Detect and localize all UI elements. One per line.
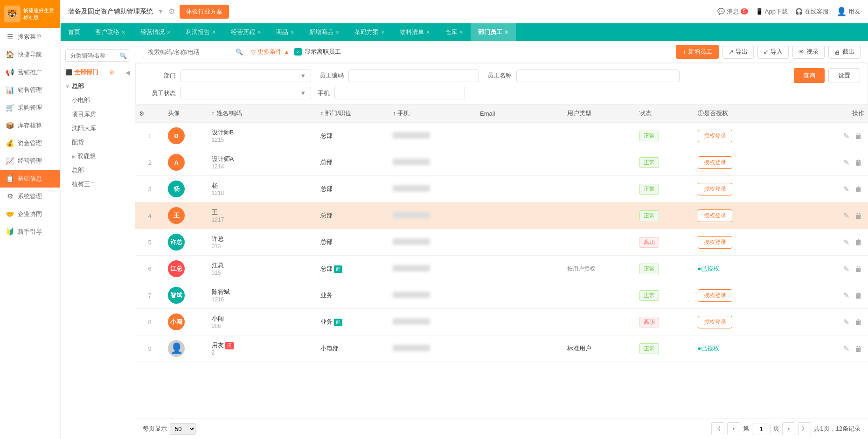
tab-add-goods[interactable]: 新增商品 ✕ <box>302 23 347 41</box>
print-button[interactable]: 🖨 截出 <box>828 45 861 59</box>
delete-button[interactable]: 🗑 <box>853 264 864 274</box>
search-button[interactable]: 🔍 <box>236 49 243 56</box>
edit-button[interactable]: ✎ <box>841 237 851 248</box>
sidebar-item-system[interactable]: ⚙ 系统管理 <box>0 188 60 205</box>
show-inactive-wrap[interactable]: ✓ 显示离职员工 <box>294 48 341 56</box>
last-page-button[interactable]: 》 <box>798 422 811 435</box>
tab-close-warehouse[interactable]: ✕ <box>459 29 463 35</box>
add-employee-button[interactable]: + 新增员工 <box>676 45 719 59</box>
edit-button[interactable]: ✎ <box>841 131 851 141</box>
view-button[interactable]: 👁 视录 <box>792 45 825 59</box>
col-name[interactable]: ↕ 姓名/编码 <box>208 105 317 123</box>
topbar-settings-icon[interactable]: ⚙ <box>168 7 175 16</box>
delete-button[interactable]: 🗑 <box>853 317 864 328</box>
emp-name-input[interactable] <box>516 70 680 82</box>
topbar-dropdown-icon[interactable]: ▼ <box>158 8 164 15</box>
sidebar-item-purchase[interactable]: 🛒 采购管理 <box>0 99 60 117</box>
emp-code-input[interactable] <box>348 70 479 82</box>
status-filter-select[interactable]: ▼ <box>181 87 311 99</box>
delete-button[interactable]: 🗑 <box>853 211 864 221</box>
col-settings[interactable]: ⚙ <box>135 105 164 123</box>
edit-button[interactable]: ✎ <box>841 157 851 168</box>
edit-button[interactable]: ✎ <box>841 343 851 354</box>
tab-employee[interactable]: 部门员工 ✕ <box>471 23 516 41</box>
dept-collapse-icon[interactable]: ◀ <box>125 69 130 76</box>
tab-bom[interactable]: 物料清单 ✕ <box>392 23 437 41</box>
edit-button[interactable]: ✎ <box>841 210 851 221</box>
delete-button[interactable]: 🗑 <box>853 158 864 168</box>
authorize-button[interactable]: 授权登录 <box>698 289 732 302</box>
tab-profit[interactable]: 利润报告 ✕ <box>178 23 223 41</box>
delete-button[interactable]: 🗑 <box>853 184 864 195</box>
dept-filter-select[interactable]: ▼ <box>181 70 311 82</box>
tab-warehouse[interactable]: 仓库 ✕ <box>437 23 471 41</box>
dept-item-zongbu[interactable]: 总部 <box>61 163 135 177</box>
dept-item-xiaodibu[interactable]: 小电部 <box>61 93 135 107</box>
tab-customer[interactable]: 客户联络 ✕ <box>88 23 133 41</box>
col-phone[interactable]: ↕ 手机 <box>389 105 476 123</box>
tab-barcode[interactable]: 条码方案 ✕ <box>347 23 392 41</box>
all-dept-label[interactable]: ⬛ 全部部门 <box>65 68 98 77</box>
export-button[interactable]: ↗ 导出 <box>722 45 754 59</box>
sidebar-item-finance[interactable]: 💰 资金管理 <box>0 134 60 152</box>
sidebar-item-basic-info[interactable]: 📋 基础信息 <box>0 170 60 188</box>
tab-close-history[interactable]: ✕ <box>257 29 261 35</box>
sidebar-item-operations[interactable]: 📈 经营管理 <box>0 152 60 170</box>
sidebar-item-sales[interactable]: 📊 销售管理 <box>0 81 60 99</box>
tab-close-goods[interactable]: ✕ <box>290 29 294 35</box>
tab-close-customer[interactable]: ✕ <box>121 29 125 35</box>
import-button[interactable]: ↙ 导入 <box>757 45 789 59</box>
authorize-button[interactable]: 授权登录 <box>698 236 732 249</box>
user-menu-button[interactable]: 👤 用友 <box>836 7 861 17</box>
edit-button[interactable]: ✎ <box>841 290 851 301</box>
sidebar-item-cooperation[interactable]: 🤝 企业协同 <box>0 205 60 223</box>
tab-close-add-goods[interactable]: ✕ <box>335 29 340 35</box>
delete-button[interactable]: 🗑 <box>853 237 864 248</box>
app-download-button[interactable]: 📱 App下载 <box>756 7 788 16</box>
sidebar-item-marketing[interactable]: 📢 营销推广 <box>0 63 60 81</box>
tab-operations[interactable]: 经营情况 ✕ <box>133 23 178 41</box>
tab-close-profit[interactable]: ✕ <box>212 29 216 35</box>
first-page-button[interactable]: 《 <box>711 422 724 435</box>
sidebar-item-quick-nav[interactable]: 🏠 快捷导航 <box>0 46 60 63</box>
trial-button[interactable]: 体验行业方案 <box>180 5 229 19</box>
dept-item-shenyang[interactable]: 沈阳大库 <box>61 121 135 135</box>
authorize-button[interactable]: 授权登录 <box>698 316 732 328</box>
col-auth[interactable]: ①是否授权 <box>694 105 810 123</box>
dept-item-project[interactable]: 项目库房 <box>61 107 135 121</box>
dept-item-zhishu[interactable]: 植树王二 <box>61 177 135 191</box>
col-dept[interactable]: ↕ 部门/职位 <box>317 105 389 123</box>
search-input[interactable] <box>143 46 246 58</box>
filter-set-button[interactable]: 设置 <box>828 68 860 83</box>
dept-item-shuanglu[interactable]: ▶ 双鹿想 <box>61 149 135 163</box>
tab-goods[interactable]: 商品 ✕ <box>269 23 302 41</box>
message-button[interactable]: 💬 消息 5 <box>717 7 748 16</box>
per-page-select[interactable]: 50 100 <box>170 423 196 435</box>
sidebar-item-guide[interactable]: 🔰 新手引导 <box>0 223 60 241</box>
sidebar-item-inventory[interactable]: 📦 库存核算 <box>0 117 60 134</box>
authorize-button[interactable]: 授权登录 <box>698 209 732 222</box>
tab-history[interactable]: 经营历程 ✕ <box>223 23 269 41</box>
authorize-button[interactable]: 授权登录 <box>698 183 732 195</box>
page-input[interactable] <box>752 424 771 434</box>
more-filter-button[interactable]: ▽ 更多条件 ▲ <box>251 48 290 56</box>
authorize-button[interactable]: 授权登录 <box>698 130 732 142</box>
online-service-button[interactable]: 🎧 在线客服 <box>795 7 829 16</box>
dept-item-general[interactable]: ▼ 总部 <box>61 79 135 93</box>
dept-item-peihuo[interactable]: 配货 <box>61 135 135 149</box>
show-inactive-checkbox[interactable]: ✓ <box>294 48 302 56</box>
delete-button[interactable]: 🗑 <box>853 131 864 141</box>
tab-close-barcode[interactable]: ✕ <box>381 29 385 35</box>
dept-settings-icon[interactable]: ⚙ <box>109 69 115 76</box>
edit-button[interactable]: ✎ <box>841 317 851 328</box>
search-submit-button[interactable]: 查询 <box>794 68 825 83</box>
tab-close-operations[interactable]: ✕ <box>167 29 171 35</box>
delete-button[interactable]: 🗑 <box>853 291 864 301</box>
authorize-button[interactable]: 授权登录 <box>698 156 732 169</box>
tab-close-bom[interactable]: ✕ <box>426 29 430 35</box>
delete-button[interactable]: 🗑 <box>853 344 864 354</box>
sidebar-item-search-menu[interactable]: ☰ 搜索菜单 <box>0 28 60 46</box>
prev-page-button[interactable]: ＜ <box>727 422 740 435</box>
dept-search-icon[interactable]: 🔍 <box>119 52 127 59</box>
tab-home[interactable]: 首页 <box>61 23 88 41</box>
